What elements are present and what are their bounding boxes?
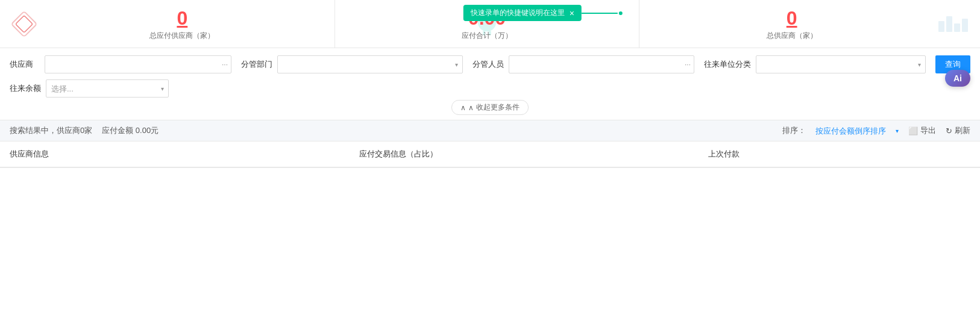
supplier-input[interactable] (45, 55, 231, 73)
refresh-icon: ↻ (946, 126, 952, 135)
collapse-label: 收起更多条件 (476, 102, 520, 113)
collapse-row: ∧ ∧ 收起更多条件 (10, 98, 970, 120)
payable-total-label: 应付合计（万） (462, 31, 512, 41)
supplier-dots-icon[interactable]: ··· (222, 60, 228, 69)
col-supplier-header: 供应商信息 (10, 149, 359, 160)
filter-row-1: 供应商 ··· 分管部门 ▾ 分管人员 ··· (10, 55, 970, 73)
table: 供应商信息 应付交易信息（占比） 上次付款 (0, 141, 980, 310)
export-label: 导出 (920, 125, 936, 136)
balance-input-wrapper: 选择... ▾ (46, 79, 169, 98)
filter-dept: 分管部门 ▾ (241, 55, 473, 73)
category-select[interactable] (756, 55, 926, 73)
stat-total-payable-suppliers: 0 总应付供应商（家） (0, 0, 335, 48)
person-input-wrapper: ··· (509, 55, 694, 73)
balance-select[interactable]: 选择... (46, 79, 169, 98)
category-label: 往来单位分类 (704, 59, 751, 70)
results-actions: 排序： 按应付会额倒序排序 ▾ ⬜ 导出 ↻ 刷新 (782, 125, 970, 136)
collapse-button[interactable]: ∧ ∧ 收起更多条件 (451, 100, 528, 115)
col-lastpay-header: 上次付款 (708, 149, 970, 160)
category-input-wrapper: ▾ (756, 55, 926, 73)
total-payable-suppliers-label: 总应付供应商（家） (149, 31, 215, 41)
results-amount: 应付金额 0.00元 (102, 125, 159, 136)
person-label: 分管人员 (473, 59, 504, 70)
balance-label: 往来余额 (10, 83, 41, 94)
total-suppliers-value: 0 (787, 7, 797, 29)
dept-select[interactable] (277, 55, 463, 73)
stat-total-suppliers: 0 总供应商（家） (639, 0, 980, 48)
total-payable-suppliers-value: 0 (177, 7, 187, 29)
dept-label: 分管部门 (241, 59, 272, 70)
results-bar: 搜索结果中，供应商0家 应付金额 0.00元 排序： 按应付会额倒序排序 ▾ ⬜… (0, 120, 980, 141)
sort-select-wrapper: 按应付会额倒序排序 ▾ (815, 126, 899, 135)
sort-chevron-icon: ▾ (896, 128, 899, 134)
dept-input-wrapper: ▾ (277, 55, 463, 73)
filter-row-2: 往来余额 选择... ▾ (10, 79, 970, 98)
export-icon: ⬜ (908, 126, 918, 135)
ai-badge[interactable]: Ai (945, 70, 970, 87)
refresh-button[interactable]: ↻ 刷新 (946, 125, 970, 136)
col-transaction-header: 应付交易信息（占比） (359, 149, 709, 160)
supplier-label: 供应商 (10, 59, 40, 70)
filter-area: 供应商 ··· 分管部门 ▾ 分管人员 ··· (0, 48, 980, 120)
stat-payable-total: 0.00 应付合计（万） 快速录单的快捷键说明在这里 × (335, 0, 640, 48)
shortcut-tooltip: 快速录单的快捷键说明在这里 × (463, 5, 582, 21)
person-input[interactable] (509, 55, 694, 73)
sort-label: 排序： (782, 125, 806, 136)
filter-balance: 往来余额 选择... ▾ (10, 79, 178, 98)
tooltip-text: 快速录单的快捷键说明在这里 (471, 8, 565, 18)
tooltip-dot-icon (618, 10, 624, 16)
collapse-up-icon: ∧ ∧ (460, 104, 473, 112)
refresh-label: 刷新 (955, 125, 970, 136)
results-count: 搜索结果中，供应商0家 (10, 125, 92, 136)
results-summary: 搜索结果中，供应商0家 应付金额 0.00元 (10, 125, 159, 136)
export-button[interactable]: ⬜ 导出 (908, 125, 936, 136)
total-suppliers-label: 总供应商（家） (767, 31, 817, 41)
tooltip-close-button[interactable]: × (570, 9, 574, 17)
filter-category: 往来单位分类 ▾ (704, 55, 935, 73)
table-body (0, 168, 980, 310)
diamond-logo-icon (9, 9, 39, 39)
sort-select[interactable]: 按应付会额倒序排序 (815, 126, 896, 135)
supplier-input-wrapper: ··· (45, 55, 231, 73)
table-header: 供应商信息 应付交易信息（占比） 上次付款 (0, 141, 980, 168)
filter-person: 分管人员 ··· (473, 55, 704, 73)
filter-supplier: 供应商 ··· (10, 55, 241, 73)
svg-rect-0 (11, 11, 37, 36)
person-dots-icon[interactable]: ··· (685, 60, 691, 69)
stats-bar: 0 总应付供应商（家） 0.00 应付合计（万） 快速录单的快捷键说明在这里 × (0, 0, 980, 48)
